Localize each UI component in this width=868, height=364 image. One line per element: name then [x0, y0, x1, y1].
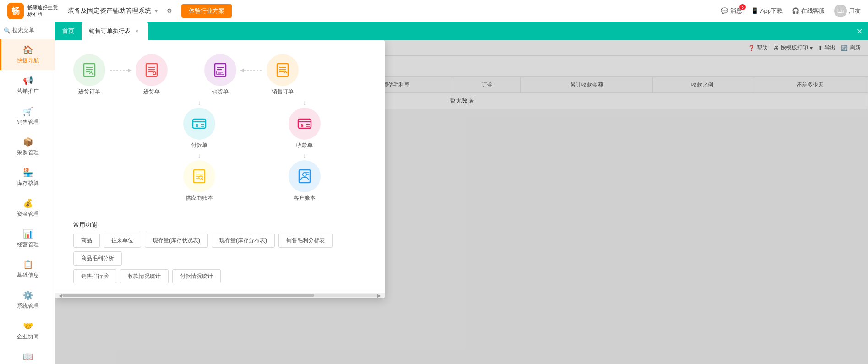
- supplier-ledger-node[interactable]: 供应商账本: [183, 160, 215, 202]
- customer-ledger-node[interactable]: 客户账本: [289, 160, 321, 202]
- top-bar-right: 💬 消息 5 📱 App下载 🎧 在线客服 Ea 用友: [721, 5, 861, 17]
- settings-icon[interactable]: ⚙: [163, 5, 176, 17]
- purchase-bill-circle: [136, 54, 168, 86]
- supplier-ledger-circle: [183, 160, 215, 192]
- sidebar-item-system[interactable]: ⚙️ 系统管理: [0, 285, 55, 315]
- sidebar-search[interactable]: 🔍 搜索菜单: [0, 22, 55, 39]
- message-badge: 5: [739, 4, 746, 10]
- svg-text:¥: ¥: [301, 123, 304, 128]
- tab-sales-order[interactable]: 销售订单执行表 ×: [82, 22, 148, 40]
- sidebar-item-finance[interactable]: 💰 资金管理: [0, 193, 55, 223]
- scrollbar-track: [62, 294, 377, 297]
- cf-btn-sales-rank[interactable]: 销售排行榜: [73, 269, 116, 283]
- basic-icon: 📋: [23, 260, 33, 270]
- payment-bill-icon: ¥: [191, 115, 207, 132]
- enterprise-icon: 🤝: [23, 321, 33, 331]
- flow-row-1: 进货订单: [73, 54, 299, 96]
- tab-bar: 首页 销售订单执行表 × ✕: [55, 22, 868, 40]
- cf-btn-payment-stat[interactable]: 付款情况统计: [172, 269, 221, 283]
- tab-bar-end: ✕: [857, 27, 868, 36]
- scroll-right-arrow[interactable]: ▶: [377, 293, 381, 298]
- sidebar-item-newbie[interactable]: 📖 新手引导: [0, 346, 55, 364]
- sidebar-item-marketing[interactable]: 📢 营销推广: [0, 70, 55, 101]
- svg-text:¥: ¥: [196, 123, 198, 128]
- popup-scrollbar[interactable]: ◀ ▶: [55, 293, 385, 298]
- close-all-icon[interactable]: ✕: [857, 27, 863, 36]
- purchase-bill-label: 进货单: [143, 88, 160, 96]
- sales-order-node[interactable]: 销售订单: [267, 54, 299, 96]
- sidebar: 🔍 搜索菜单 🏠 快捷导航 📢 营销推广 🛒 销售管理 📦 采购管理 🏪: [0, 22, 55, 364]
- online-service-button[interactable]: 🎧 在线客服: [792, 7, 825, 15]
- sales-bill-node[interactable]: 销货单: [204, 54, 236, 96]
- top-bar-left: 畅 畅康通好生意 标准版 装备及固定资产辅助管理系统 ▾ ⚙ 体验行业方案: [7, 3, 232, 19]
- user-menu-button[interactable]: Ea 用友: [834, 5, 861, 17]
- cf-btn-sales-profit[interactable]: 销售毛利分析表: [278, 234, 333, 248]
- customer-ledger-label: 客户账本: [294, 194, 316, 202]
- cf-btn-stock-status[interactable]: 现存量(库存状况表): [145, 234, 208, 248]
- newbie-icon: 📖: [23, 352, 33, 362]
- purchase-order-icon: [81, 62, 98, 78]
- sidebar-item-enterprise[interactable]: 🤝 企业协同: [0, 315, 55, 346]
- tab-close-icon[interactable]: ×: [133, 27, 141, 35]
- purchase-order-node[interactable]: 进货订单: [73, 54, 105, 96]
- arrow-sales-order-to-bill: [236, 67, 267, 74]
- sidebar-item-basic[interactable]: 📋 基础信息: [0, 254, 55, 285]
- tab-home[interactable]: 首页: [55, 22, 82, 40]
- scroll-left-arrow[interactable]: ◀: [59, 293, 62, 298]
- system-title: 装备及固定资产辅助管理系统 ▾: [68, 7, 158, 15]
- cf-btn-stock-dist[interactable]: 现存量(库存分布表): [212, 234, 275, 248]
- customer-ledger-circle: [289, 160, 321, 192]
- payment-bill-label: 付款单: [191, 141, 207, 149]
- svg-rect-35: [298, 119, 311, 128]
- cf-btn-product-profit[interactable]: 商品毛利分析: [73, 251, 122, 266]
- home-icon: 🏠: [23, 45, 33, 55]
- logo-icon: 畅: [7, 3, 24, 19]
- arrow-down-receipt-bill: ↓: [303, 152, 306, 158]
- receipt-bill-node[interactable]: ¥ 收款单: [289, 108, 321, 149]
- message-button[interactable]: 💬 消息 5: [721, 7, 742, 15]
- cf-btn-partner[interactable]: 往来单位: [104, 234, 141, 248]
- scrollbar-thumb[interactable]: [62, 294, 314, 297]
- sidebar-item-quick-nav[interactable]: 🏠 快捷导航: [0, 39, 55, 70]
- top-bar: 畅 畅康通好生意 标准版 装备及固定资产辅助管理系统 ▾ ⚙ 体验行业方案 💬 …: [0, 0, 868, 22]
- sidebar-item-purchase[interactable]: 📦 采购管理: [0, 131, 55, 162]
- sales-bill-down-section: ↓ ¥: [270, 99, 339, 202]
- receipt-bill-label: 收款单: [296, 141, 313, 149]
- finance-icon: 💰: [23, 198, 33, 208]
- sidebar-item-operation[interactable]: 📊 经营管理: [0, 223, 55, 254]
- popup-content: 进货订单: [55, 40, 385, 293]
- payment-bill-node[interactable]: ¥ 付款单: [183, 108, 215, 149]
- arrow-right-icon: [109, 67, 132, 74]
- experience-button[interactable]: 体验行业方案: [181, 4, 232, 18]
- payment-bill-circle: ¥: [183, 108, 215, 140]
- flow-diagram: 进货订单: [73, 54, 366, 202]
- purchase-bill-node[interactable]: 进货单: [136, 54, 168, 96]
- purchase-order-circle: [73, 54, 105, 86]
- customer-ledger-icon: [296, 168, 313, 185]
- sales-order-circle: [267, 54, 299, 86]
- common-functions: 常用功能 商品 往来单位 现存量(库存状况表) 现存量(库存分布表) 销售毛利分…: [73, 213, 366, 283]
- sidebar-item-inventory[interactable]: 🏪 库存核算: [0, 162, 55, 193]
- svg-marker-5: [128, 69, 132, 72]
- arrow-left-icon: [240, 67, 263, 74]
- sidebar-item-sales[interactable]: 🛒 销售管理: [0, 101, 55, 131]
- purchase-bill-icon: [143, 62, 160, 78]
- app-download-button[interactable]: 📱 App下载: [751, 7, 783, 15]
- logo-area: 畅 畅康通好生意 标准版: [7, 3, 62, 19]
- sales-bill-circle: [204, 54, 236, 86]
- svg-rect-25: [193, 119, 206, 128]
- svg-point-41: [303, 173, 306, 176]
- search-icon: 🔍: [4, 27, 11, 34]
- receipt-bill-circle: ¥: [289, 108, 321, 140]
- message-icon: 💬: [721, 7, 728, 14]
- content-area: 首页 销售订单执行表 × ✕ ❓ 帮助: [55, 22, 868, 364]
- arrow-down-sales-bill: ↓: [303, 99, 306, 106]
- cf-btn-product[interactable]: 商品: [73, 234, 100, 248]
- cf-btn-receipt-stat[interactable]: 收款情况统计: [120, 269, 169, 283]
- receipt-bill-icon: ¥: [296, 115, 313, 132]
- download-icon: 📱: [751, 7, 759, 14]
- sales-order-icon: [274, 62, 291, 78]
- main-layout: 🔍 搜索菜单 🏠 快捷导航 📢 营销推广 🛒 销售管理 📦 采购管理 🏪: [0, 22, 868, 364]
- logo-text: 畅康通好生意 标准版: [27, 4, 58, 17]
- chevron-down-icon[interactable]: ▾: [155, 8, 158, 14]
